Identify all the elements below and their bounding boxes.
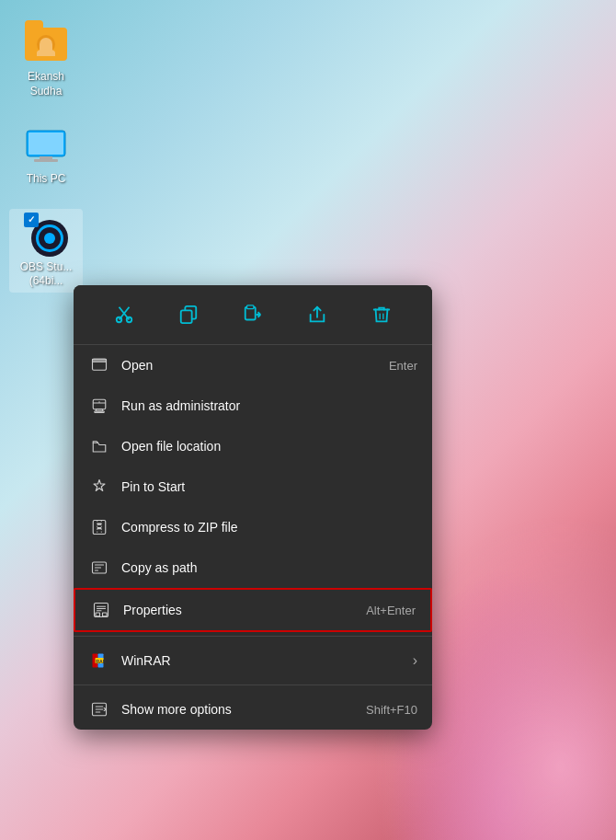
svg-rect-19 [93,359,107,362]
desktop: EkanshSudha This PC ✓ [0,0,616,840]
menu-item-run-admin-label: Run as administrator [121,398,417,413]
svg-rect-23 [95,411,105,413]
obs-icon: ✓ [24,213,68,257]
icon-label-this-pc: This PC [27,172,66,187]
svg-rect-28 [97,527,102,529]
more-options-icon [88,698,110,720]
svg-rect-33 [95,604,108,617]
menu-item-compress-zip[interactable]: Compress to ZIP file [74,507,432,547]
copy-path-icon [88,557,110,579]
menu-item-properties-shortcut: Alt+Enter [366,604,416,617]
svg-rect-38 [103,613,108,616]
menu-item-open[interactable]: Open Enter [74,345,432,385]
menu-separator-2 [74,685,432,685]
menu-item-winrar-label: WinRAR [121,653,405,668]
zip-icon [88,516,110,538]
menu-item-show-more-shortcut: Shift+F10 [366,703,417,717]
svg-rect-2 [40,156,52,159]
menu-item-winrar[interactable]: RAR WinRAR › [74,640,432,681]
winrar-arrow-icon: › [413,652,417,669]
desktop-icon-obs[interactable]: ✓ OBS Stu...(64bi... [9,209,83,293]
menu-item-run-as-admin[interactable]: Run as administrator [74,385,432,426]
menu-item-properties[interactable]: Properties Alt+Enter [74,588,432,632]
menu-item-show-more[interactable]: Show more options Shift+F10 [74,689,432,730]
menu-item-open-label: Open [121,358,389,373]
menu-item-zip-label: Compress to ZIP file [121,520,417,535]
menu-item-pin-label: Pin to Start [121,479,417,494]
menu-item-copy-as-path[interactable]: Copy as path [74,547,432,588]
desktop-icon-ekansh-sudha[interactable]: EkanshSudha [9,18,83,102]
toolbar-paste-shortcut-button[interactable] [234,296,271,333]
svg-rect-1 [29,132,63,155]
toolbar-cut-button[interactable] [106,296,143,333]
menu-item-open-shortcut: Enter [389,359,417,373]
pin-icon [88,476,110,498]
menu-item-pin-to-start[interactable]: Pin to Start [74,466,432,507]
icon-label-ekansh: EkanshSudha [28,70,64,98]
svg-text:RAR: RAR [96,659,107,664]
desktop-icons: EkanshSudha This PC ✓ [9,18,83,293]
menu-item-copy-path-label: Copy as path [121,560,417,575]
menu-item-open-file-location[interactable]: Open file location [74,426,432,466]
svg-rect-27 [97,524,102,525]
run-admin-icon [88,395,110,417]
svg-rect-37 [96,613,100,616]
context-menu-toolbar [74,285,432,345]
svg-rect-3 [34,159,58,162]
monitor-icon [24,124,68,168]
context-menu: Open Enter Run as administrator [74,285,432,730]
icon-label-obs: OBS Stu...(64bi... [20,260,73,289]
folder-user-icon [24,22,68,66]
menu-item-open-file-label: Open file location [121,439,417,454]
svg-rect-11 [247,305,254,309]
menu-item-properties-label: Properties [123,603,366,617]
properties-icon [90,599,112,621]
toolbar-copy-button[interactable] [170,296,207,333]
folder-open-icon [88,435,110,457]
desktop-icon-this-pc[interactable]: This PC [9,121,83,190]
toolbar-share-button[interactable] [299,296,336,333]
svg-rect-9 [181,310,192,323]
menu-separator-1 [74,636,432,637]
obs-checkbox: ✓ [24,213,39,227]
winrar-icon: RAR [88,650,110,672]
menu-item-show-more-label: Show more options [121,702,366,717]
toolbar-delete-button[interactable] [363,296,400,333]
open-icon [88,354,110,376]
